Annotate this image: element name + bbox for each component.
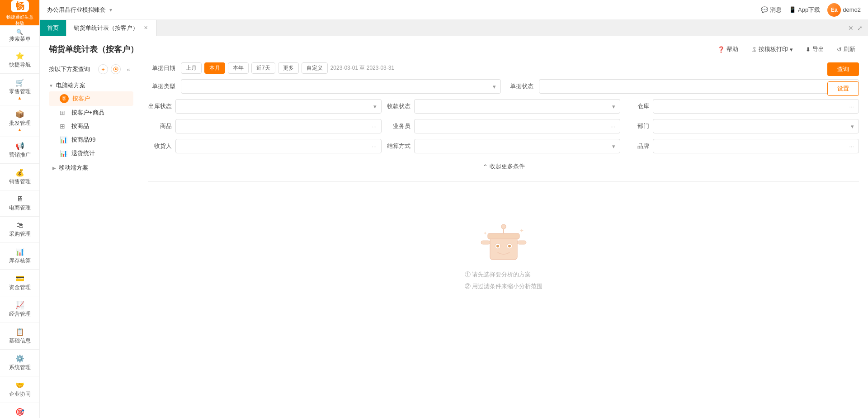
refresh-button[interactable]: ↺ 刷新 xyxy=(833,43,859,55)
collapse-panel-button[interactable]: « xyxy=(123,64,133,74)
scheme-desktop-group-header[interactable]: ▼ 电脑端方案 xyxy=(49,80,133,91)
sidebar-item-wholesale[interactable]: 📦 批发管理 ▲ xyxy=(0,105,39,137)
product-input[interactable]: ··· xyxy=(175,119,382,133)
scheme-item-label: 按客户+商品 xyxy=(71,109,104,117)
filter-field-department: 部门 ▾ xyxy=(626,119,859,133)
warehouse-input[interactable]: ··· xyxy=(653,99,859,114)
help-button[interactable]: ❓ 帮助 xyxy=(714,43,742,55)
main-area: 办公用品行业模拟账套 ▾ 💬 消息 📱 App下载 Ea demo2 首页 xyxy=(40,0,868,418)
collapse-label: 收起更多条件 xyxy=(490,162,525,171)
filter-field-recipient: 收货人 ··· xyxy=(148,139,382,153)
settlement-select[interactable]: ▾ xyxy=(414,139,620,153)
sidebar-item-purchase[interactable]: 🛍 采购管理 xyxy=(0,217,39,243)
empty-state: ✦ ✦ ① 请先选择要分析的方案 ② 用过滤条件来缩小分析范围 xyxy=(148,187,859,319)
help-icon: ❓ xyxy=(717,46,725,53)
recipient-dots: ··· xyxy=(372,143,377,150)
user-avatar: Ea xyxy=(827,3,841,17)
workspace-dropdown-icon[interactable]: ▾ xyxy=(109,7,112,13)
download-icon: 📱 xyxy=(789,6,796,13)
scheme-item-icon: 📊 xyxy=(60,136,68,143)
date-btn-custom[interactable]: 自定义 xyxy=(302,62,328,74)
tab-close-button[interactable]: ✕ xyxy=(142,24,149,32)
sidebar-item-shortcut[interactable]: ⭐ 快捷导航 xyxy=(0,47,39,74)
empty-tips: ① 请先选择要分析的方案 ② 用过滤条件来缩小分析范围 xyxy=(465,269,543,292)
sidebar-item-search[interactable]: 🔍 搜索菜单 xyxy=(0,25,39,47)
print-icon: 🖨 xyxy=(751,46,757,53)
message-button[interactable]: 💬 消息 xyxy=(761,6,782,14)
recipient-input[interactable]: ··· xyxy=(175,139,382,153)
app-download-button[interactable]: 📱 App下载 xyxy=(789,6,820,14)
sidebar-item-ecommerce[interactable]: 🖥 电商管理 xyxy=(0,190,39,217)
sidebar-item-retail[interactable]: 🛒 零售管理 ▲ xyxy=(0,74,39,105)
scheme-mobile-group[interactable]: ▶ 移动端方案 xyxy=(49,162,133,174)
logo-area[interactable]: 畅 畅捷通好生意 标版 xyxy=(0,0,39,25)
scheme-item-by-product[interactable]: ⊞ 按商品 xyxy=(49,119,133,133)
brand-input[interactable]: ··· xyxy=(653,139,859,153)
tip-text-2: 用过滤条件来缩小分析范围 xyxy=(472,283,542,290)
date-btn-more[interactable]: 更多 xyxy=(278,62,299,74)
svg-point-1 xyxy=(115,68,117,70)
empty-tip-2: ② 用过滤条件来缩小分析范围 xyxy=(465,280,543,292)
add-scheme-button[interactable]: + xyxy=(98,64,108,74)
scheme-item-by-customer-product[interactable]: ⊞ 按客户+商品 xyxy=(49,106,133,119)
sidebar-item-guide[interactable]: 🎯 新手引导 xyxy=(0,403,39,418)
voucher-status-select[interactable]: ▾ xyxy=(539,79,859,94)
scheme-item-by-product-99[interactable]: 📊 按商品99 xyxy=(49,133,133,147)
svg-point-7 xyxy=(508,245,511,247)
section-divider xyxy=(148,181,859,182)
message-icon: 💬 xyxy=(761,6,768,13)
date-label: 单据日期 xyxy=(148,64,175,72)
settings-button[interactable]: 设置 xyxy=(827,81,859,96)
out-status-select[interactable]: ▾ xyxy=(175,99,382,114)
sidebar: 畅 畅捷通好生意 标版 🔍 搜索菜单 ⭐ 快捷导航 🛒 零售管理 ▲ 📦 批发管… xyxy=(0,0,40,418)
sidebar-item-marketing[interactable]: 📢 营销推广 xyxy=(0,137,39,164)
filter-group-row3: 出库状态 ▾ 收款状态 ▾ xyxy=(148,99,859,114)
logo-text: 畅捷通好生意 标版 xyxy=(6,14,33,26)
scheme-item-icon: ⊞ xyxy=(60,109,68,116)
collection-status-select[interactable]: ▾ xyxy=(414,99,620,114)
sidebar-item-inventory[interactable]: 📊 库存核算 xyxy=(0,243,39,270)
maximize-window-icon[interactable]: ⤢ xyxy=(857,24,863,32)
svg-rect-8 xyxy=(481,241,490,244)
sidebar-item-enterprise[interactable]: 🤝 企业协同 xyxy=(0,376,39,403)
settlement-label: 结算方式 xyxy=(387,142,410,150)
date-btn-last-month[interactable]: 上月 xyxy=(181,62,202,74)
department-label: 部门 xyxy=(626,122,649,130)
tab-home[interactable]: 首页 xyxy=(40,20,66,36)
sidebar-item-system[interactable]: ⚙️ 系统管理 xyxy=(0,350,39,376)
tip-text-1: 请先选择要分析的方案 xyxy=(472,271,531,278)
edit-scheme-button[interactable] xyxy=(111,64,121,74)
scheme-panel-header: 按以下方案查询 + « xyxy=(49,62,133,76)
salesperson-input[interactable]: ··· xyxy=(414,119,620,133)
scheme-item-circle: 客 xyxy=(60,94,69,103)
date-btn-last-7-days[interactable]: 近7天 xyxy=(251,62,275,74)
collapse-bar[interactable]: ⌃ 收起更多条件 xyxy=(148,159,859,174)
tab-home-label: 首页 xyxy=(47,24,59,32)
close-window-icon[interactable]: ✕ xyxy=(848,24,854,32)
scheme-item-label: 按客户 xyxy=(72,95,90,103)
svg-point-11 xyxy=(501,224,506,229)
page-title-bar: 销货单统计表（按客户） ❓ 帮助 🖨 按模板打印 ▾ ⬇ 导出 xyxy=(49,43,859,55)
date-btn-this-year[interactable]: 本年 xyxy=(228,62,249,74)
salesperson-dots: ··· xyxy=(610,123,615,130)
svg-rect-2 xyxy=(490,237,517,260)
brand-label: 品牌 xyxy=(626,142,649,150)
tab-bar: 首页 销货单统计表（按客户） ✕ ✕ ⤢ xyxy=(40,20,868,36)
department-select[interactable]: ▾ xyxy=(653,119,859,133)
filter-panel: 查询 设置 单据日期 上月 本月 本年 近7天 更多 自定义 xyxy=(139,62,859,319)
date-btn-this-month[interactable]: 本月 xyxy=(204,62,225,74)
query-button[interactable]: 查询 xyxy=(827,62,859,76)
sidebar-item-finance[interactable]: 💳 资金管理 xyxy=(0,270,39,296)
voucher-type-select[interactable]: ▾ xyxy=(181,79,501,94)
scheme-item-by-customer[interactable]: 客 按客户 xyxy=(49,91,133,106)
user-area[interactable]: Ea demo2 xyxy=(827,3,861,17)
print-button[interactable]: 🖨 按模板打印 ▾ xyxy=(747,43,797,55)
export-button[interactable]: ⬇ 导出 xyxy=(802,43,828,55)
scheme-item-return-stat[interactable]: 📊 退货统计 xyxy=(49,147,133,160)
voucher-type-arrow: ▾ xyxy=(493,83,496,90)
svg-rect-9 xyxy=(517,241,526,244)
tab-sales-stat[interactable]: 销货单统计表（按客户） ✕ xyxy=(66,20,157,36)
sidebar-item-operation[interactable]: 📈 经营管理 xyxy=(0,296,39,323)
sidebar-item-sales[interactable]: 💰 销售管理 xyxy=(0,164,39,190)
sidebar-item-basic[interactable]: 📋 基础信息 xyxy=(0,323,39,350)
